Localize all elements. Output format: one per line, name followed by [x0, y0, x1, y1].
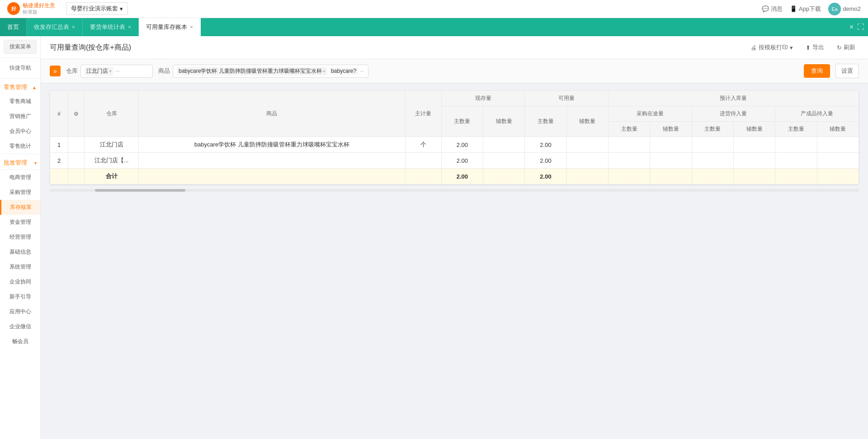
summary-available-main: 2.00: [525, 169, 566, 184]
scroll-thumb[interactable]: [95, 189, 185, 192]
sidebar-group-retail-header[interactable]: 零售管理 ▲: [0, 79, 40, 94]
export-label: 导出: [812, 43, 824, 52]
sidebar-item-chang-member[interactable]: 畅会员: [0, 334, 40, 349]
horizontal-scrollbar[interactable]: [50, 189, 859, 192]
data-table: # ⚙ 仓库 商品 主计量 现存量 可用量 预计入库量 主数量 辅数量: [50, 90, 859, 184]
tab-bar-spacer: [201, 18, 846, 36]
template-print-icon: 🖨: [751, 44, 757, 51]
sidebar-item-finance[interactable]: 资金管理: [0, 215, 40, 230]
setting-button[interactable]: 设置: [835, 64, 859, 78]
app-download-button[interactable]: 📱 App下载: [790, 5, 821, 13]
cell-warehouse-1: 江北门店: [85, 137, 139, 153]
filter-toggle-button[interactable]: »: [50, 66, 61, 76]
tab-expand-icon[interactable]: ⛶: [857, 23, 864, 31]
cell-product-main-1: [775, 137, 817, 153]
industry-selector[interactable]: 母婴行业演示账套 ▾: [66, 2, 128, 15]
tab-available-stock-label: 可用量库存账本: [146, 23, 187, 31]
sidebar-item-app-center[interactable]: 应用中心: [0, 304, 40, 319]
th-available-aux-qty: 辅数量: [566, 106, 608, 137]
tab-bar-actions: × ⛶: [846, 18, 868, 36]
export-button[interactable]: ⬆ 导出: [802, 42, 828, 53]
cell-purchase-main-2: [692, 153, 733, 169]
cell-available-main-1: 2.00: [525, 137, 566, 153]
sidebar-item-retail-mall[interactable]: 零售商城: [0, 94, 40, 109]
tab-order-stats[interactable]: 要货单统计表 ×: [83, 18, 139, 36]
product-more-icon[interactable]: ···: [360, 68, 364, 74]
cell-current-aux-1: [483, 137, 525, 153]
tab-home[interactable]: 首页: [0, 18, 27, 36]
avatar: Ea: [828, 3, 841, 15]
cell-current-main-2: 2.00: [441, 153, 483, 169]
tab-summary[interactable]: 收发存汇总表 ×: [27, 18, 83, 36]
summary-product-aux: [817, 169, 859, 184]
summary-current-aux: [483, 169, 525, 184]
th-available-main-qty: 主数量: [525, 106, 566, 137]
th-current-aux-qty: 辅数量: [483, 106, 525, 137]
th-current-main-qty: 主数量: [441, 106, 483, 137]
warehouse-filter-label: 仓库: [66, 67, 78, 75]
product-filter-input[interactable]: babycare学饮杯 儿童防摔防撞吸管杯重力球吸嘴杯宝宝水杯 × babyca…: [173, 65, 368, 78]
tab-order-stats-close-icon[interactable]: ×: [128, 24, 131, 30]
sidebar-item-procurement[interactable]: 采购管理: [0, 185, 40, 200]
sidebar-item-enterprise-wechat[interactable]: 企业微信: [0, 319, 40, 334]
warehouse-tag-close-icon[interactable]: ×: [109, 68, 112, 74]
query-button[interactable]: 查询: [804, 64, 830, 78]
sidebar-item-retail-stats[interactable]: 零售统计: [0, 139, 40, 154]
search-menu-button[interactable]: 搜索菜单: [4, 40, 37, 54]
sidebar-item-onboarding[interactable]: 新手引导: [0, 289, 40, 304]
summary-unit: [405, 169, 441, 184]
sidebar-group-wholesale-label: 批发管理: [4, 159, 27, 167]
warehouse-filter-input[interactable]: 江北门店 × ···: [80, 65, 153, 78]
tab-available-stock-close-icon[interactable]: ×: [190, 24, 193, 30]
sidebar-item-ecommerce[interactable]: 电商管理: [0, 170, 40, 185]
summary-purchase-main: [692, 169, 733, 184]
sidebar-group-wholesale-header[interactable]: 批发管理 ▾: [0, 154, 40, 170]
message-button[interactable]: 💬 消息: [762, 5, 783, 13]
industry-label: 母婴行业演示账套: [71, 5, 118, 13]
tab-order-stats-label: 要货单统计表: [90, 23, 125, 31]
cell-transit-main-1: [608, 137, 650, 153]
sidebar-item-marketing[interactable]: 营销推广: [0, 109, 40, 124]
filter-bar: » 仓库 江北门店 × ··· 商品 babycare学饮杯 儿童防摔防撞吸管杯…: [41, 59, 868, 83]
summary-product-main: [775, 169, 817, 184]
quick-nav-button[interactable]: 快捷导航: [4, 61, 37, 75]
sidebar-item-operations[interactable]: 经营管理: [0, 230, 40, 245]
tab-summary-close-icon[interactable]: ×: [72, 24, 75, 30]
cell-settings-2: [68, 153, 85, 169]
tab-close-all-icon[interactable]: ×: [849, 23, 854, 31]
product-filter-group: 商品 babycare学饮杯 儿童防摔防撞吸管杯重力球吸嘴杯宝宝水杯 × bab…: [158, 65, 368, 78]
cell-main-unit-1: 个: [405, 137, 441, 153]
refresh-button[interactable]: ↻ 刷新: [833, 42, 859, 53]
product-tag-1-text: babycare学饮杯 儿童防摔防撞吸管杯重力球吸嘴杯宝宝水杯: [179, 67, 322, 75]
message-label: 消息: [771, 5, 783, 13]
product-tag-2: babycare?: [329, 67, 358, 75]
summary-available-aux: [566, 169, 608, 184]
user-profile[interactable]: Ea demo2: [828, 3, 861, 15]
product-tag-1-close-icon[interactable]: ×: [323, 68, 326, 74]
cell-available-aux-2: [566, 153, 608, 169]
sidebar: 搜索菜单 快捷导航 零售管理 ▲ 零售商城 营销推广 会员中心 零售统计 批发管…: [0, 36, 41, 439]
logo-sub: 标准版: [23, 9, 55, 15]
sidebar-item-enterprise-collab[interactable]: 企业协同: [0, 274, 40, 289]
tab-available-stock[interactable]: 可用量库存账本 ×: [139, 18, 201, 36]
th-purchase-transit-aux: 辅数量: [650, 122, 692, 137]
summary-transit-aux: [650, 169, 692, 184]
sidebar-item-inventory[interactable]: 库存核算: [0, 200, 40, 215]
sidebar-item-member-center[interactable]: 会员中心: [0, 124, 40, 139]
th-expected-inbound: 预计入库量: [608, 91, 859, 106]
cell-product-aux-2: [817, 153, 859, 169]
summary-transit-main: [608, 169, 650, 184]
warehouse-more-icon[interactable]: ···: [115, 68, 120, 74]
page-actions: 🖨 按模板打印 ▾ ⬆ 导出 ↻ 刷新: [747, 42, 859, 53]
template-print-button[interactable]: 🖨 按模板打印 ▾: [747, 42, 797, 53]
sidebar-item-basic-info[interactable]: 基础信息: [0, 245, 40, 260]
sidebar-item-system-mgmt[interactable]: 系统管理: [0, 260, 40, 274]
th-settings[interactable]: ⚙: [68, 91, 85, 137]
page-header: 可用量查询(按仓库+商品) 🖨 按模板打印 ▾ ⬆ 导出 ↻ 刷新: [41, 36, 868, 59]
tab-home-label: 首页: [7, 23, 19, 31]
warehouse-tag: 江北门店 ×: [85, 67, 113, 76]
cell-warehouse-2: 江北门店【...: [85, 153, 139, 169]
sidebar-retail-arrow-icon: ▲: [32, 85, 37, 90]
cell-row-num-1: 1: [50, 137, 68, 153]
warehouse-filter-group: 仓库 江北门店 × ···: [66, 65, 153, 78]
